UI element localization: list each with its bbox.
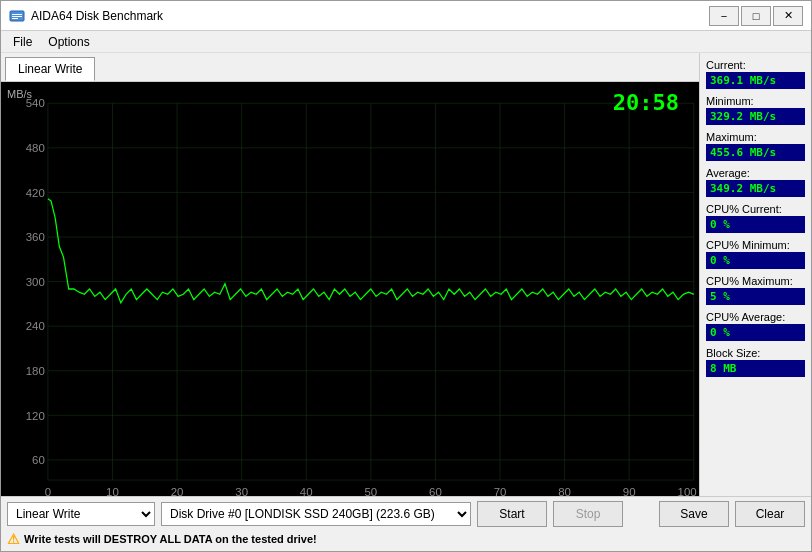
svg-text:50: 50 bbox=[364, 486, 377, 496]
svg-text:180: 180 bbox=[26, 365, 45, 377]
minimize-button[interactable]: − bbox=[709, 6, 739, 26]
disk-select[interactable]: Disk Drive #0 [LONDISK SSD 240GB] (223.6… bbox=[161, 502, 471, 526]
maximum-value: 455.6 MB/s bbox=[706, 144, 805, 161]
cpu-average-label: CPU% Average: bbox=[706, 311, 805, 323]
tab-bar: Linear Write bbox=[1, 53, 699, 82]
stat-average: Average: 349.2 MB/s bbox=[706, 167, 805, 197]
tab-linear-write[interactable]: Linear Write bbox=[5, 57, 95, 81]
svg-text:240: 240 bbox=[26, 320, 45, 332]
svg-text:300: 300 bbox=[26, 276, 45, 288]
minimum-label: Minimum: bbox=[706, 95, 805, 107]
svg-text:0: 0 bbox=[45, 486, 51, 496]
title-buttons: − □ ✕ bbox=[709, 6, 803, 26]
stat-current: Current: 369.1 MB/s bbox=[706, 59, 805, 89]
warning-icon: ⚠ bbox=[7, 531, 20, 547]
warning-text: Write tests will DESTROY ALL DATA on the… bbox=[24, 533, 317, 545]
window-title: AIDA64 Disk Benchmark bbox=[31, 9, 163, 23]
svg-text:20: 20 bbox=[171, 486, 184, 496]
block-size-value: 8 MB bbox=[706, 360, 805, 377]
main-panel: Linear Write MB/s 20:58 bbox=[1, 53, 699, 496]
cpu-current-value: 0 % bbox=[706, 216, 805, 233]
content-area: Linear Write MB/s 20:58 bbox=[1, 53, 811, 496]
average-value: 349.2 MB/s bbox=[706, 180, 805, 197]
current-label: Current: bbox=[706, 59, 805, 71]
chart-container: MB/s 20:58 bbox=[1, 82, 699, 496]
close-button[interactable]: ✕ bbox=[773, 6, 803, 26]
svg-text:360: 360 bbox=[26, 231, 45, 243]
bottom-bar: Linear Write Linear Read Random Write Ra… bbox=[1, 496, 811, 551]
stat-minimum: Minimum: 329.2 MB/s bbox=[706, 95, 805, 125]
svg-text:80: 80 bbox=[558, 486, 571, 496]
stat-cpu-current: CPU% Current: 0 % bbox=[706, 203, 805, 233]
start-button[interactable]: Start bbox=[477, 501, 547, 527]
stat-cpu-average: CPU% Average: 0 % bbox=[706, 311, 805, 341]
svg-text:10: 10 bbox=[106, 486, 119, 496]
svg-text:70: 70 bbox=[494, 486, 507, 496]
right-panel: Current: 369.1 MB/s Minimum: 329.2 MB/s … bbox=[699, 53, 811, 496]
minimum-value: 329.2 MB/s bbox=[706, 108, 805, 125]
svg-text:60: 60 bbox=[32, 454, 45, 466]
cpu-minimum-label: CPU% Minimum: bbox=[706, 239, 805, 251]
cpu-average-value: 0 % bbox=[706, 324, 805, 341]
cpu-maximum-label: CPU% Maximum: bbox=[706, 275, 805, 287]
stat-block-size: Block Size: 8 MB bbox=[706, 347, 805, 377]
svg-text:120: 120 bbox=[26, 409, 45, 421]
block-size-label: Block Size: bbox=[706, 347, 805, 359]
svg-text:40: 40 bbox=[300, 486, 313, 496]
svg-rect-2 bbox=[12, 16, 22, 17]
time-display: 20:58 bbox=[613, 90, 679, 115]
average-label: Average: bbox=[706, 167, 805, 179]
app-icon bbox=[9, 8, 25, 24]
stat-cpu-maximum: CPU% Maximum: 5 % bbox=[706, 275, 805, 305]
current-value: 369.1 MB/s bbox=[706, 72, 805, 89]
maximize-button[interactable]: □ bbox=[741, 6, 771, 26]
svg-rect-3 bbox=[12, 18, 18, 19]
warning-row: ⚠ Write tests will DESTROY ALL DATA on t… bbox=[7, 531, 805, 547]
y-axis-label: MB/s bbox=[7, 88, 32, 100]
svg-text:30: 30 bbox=[235, 486, 248, 496]
svg-text:420: 420 bbox=[26, 187, 45, 199]
test-type-select[interactable]: Linear Write Linear Read Random Write Ra… bbox=[7, 502, 155, 526]
title-bar: AIDA64 Disk Benchmark − □ ✕ bbox=[1, 1, 811, 31]
menu-file[interactable]: File bbox=[5, 33, 40, 51]
main-window: AIDA64 Disk Benchmark − □ ✕ File Options… bbox=[0, 0, 812, 552]
stat-maximum: Maximum: 455.6 MB/s bbox=[706, 131, 805, 161]
chart-svg: 540 480 420 360 300 240 180 120 60 0 bbox=[1, 82, 699, 496]
svg-text:90: 90 bbox=[623, 486, 636, 496]
menu-options[interactable]: Options bbox=[40, 33, 97, 51]
svg-text:480: 480 bbox=[26, 142, 45, 154]
svg-rect-1 bbox=[12, 14, 22, 15]
cpu-maximum-value: 5 % bbox=[706, 288, 805, 305]
cpu-current-label: CPU% Current: bbox=[706, 203, 805, 215]
maximum-label: Maximum: bbox=[706, 131, 805, 143]
controls-row: Linear Write Linear Read Random Write Ra… bbox=[7, 501, 805, 527]
svg-text:100 %: 100 % bbox=[678, 486, 699, 496]
svg-text:60: 60 bbox=[429, 486, 442, 496]
stop-button[interactable]: Stop bbox=[553, 501, 623, 527]
save-button[interactable]: Save bbox=[659, 501, 729, 527]
clear-button[interactable]: Clear bbox=[735, 501, 805, 527]
stat-cpu-minimum: CPU% Minimum: 0 % bbox=[706, 239, 805, 269]
cpu-minimum-value: 0 % bbox=[706, 252, 805, 269]
menu-bar: File Options bbox=[1, 31, 811, 53]
